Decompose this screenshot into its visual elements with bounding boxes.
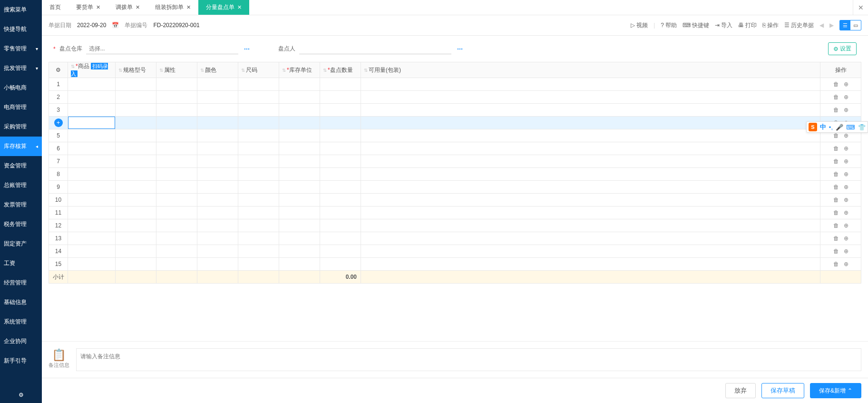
delete-icon[interactable]: 🗑 [833, 171, 839, 177]
delete-icon[interactable]: 🗑 [833, 145, 839, 152]
sidebar-item-16[interactable]: 系统管理 [0, 312, 42, 332]
ime-punct-icon[interactable]: •, [829, 124, 833, 131]
cell[interactable] [279, 104, 320, 117]
cell[interactable] [116, 129, 156, 142]
cell[interactable] [116, 181, 156, 194]
copy-icon[interactable]: ⊕ [844, 158, 848, 165]
col-settings[interactable]: ⚙ [49, 62, 68, 78]
copy-icon[interactable]: ⊕ [844, 261, 848, 267]
cell[interactable] [279, 142, 320, 155]
cell[interactable] [197, 232, 238, 245]
cell[interactable] [116, 219, 156, 232]
cell[interactable] [197, 91, 238, 104]
tab-4[interactable]: 分量盘点单✕ [198, 0, 249, 15]
copy-icon[interactable]: ⊕ [844, 209, 848, 216]
close-icon[interactable]: ✕ [237, 4, 242, 10]
table-row[interactable]: 10🗑⊕ [49, 194, 861, 206]
cell[interactable] [156, 206, 197, 219]
cell[interactable] [361, 181, 820, 194]
cell[interactable] [68, 206, 116, 219]
cell[interactable] [68, 181, 116, 194]
settings-button[interactable]: ⚙ 设置 [828, 42, 857, 55]
cell[interactable] [279, 117, 320, 129]
cell[interactable] [238, 78, 279, 91]
cell[interactable] [68, 104, 116, 117]
delete-icon[interactable]: 🗑 [833, 94, 839, 100]
cell[interactable] [156, 168, 197, 181]
delete-icon[interactable]: 🗑 [833, 132, 839, 139]
cell[interactable] [238, 219, 279, 232]
view-detail[interactable]: ▭ [850, 20, 861, 30]
table-row[interactable]: 14🗑⊕ [49, 245, 861, 258]
cell[interactable] [320, 245, 361, 258]
sidebar-item-4[interactable]: 小畅电商 [0, 78, 42, 98]
cell[interactable] [238, 142, 279, 155]
cell[interactable] [197, 129, 238, 142]
cell[interactable] [68, 129, 116, 142]
cell[interactable] [361, 168, 820, 181]
cell[interactable] [197, 117, 238, 129]
cell[interactable] [320, 206, 361, 219]
warehouse-more[interactable]: ⋯ [244, 46, 250, 52]
cell[interactable] [156, 258, 197, 271]
cell[interactable] [116, 245, 156, 258]
delete-icon[interactable]: 🗑 [833, 184, 839, 190]
print-link[interactable]: 🖶打印 [738, 21, 757, 29]
close-icon[interactable]: ✕ [96, 4, 100, 10]
copy-icon[interactable]: ⊕ [844, 107, 848, 113]
ime-lang[interactable]: 中 [820, 123, 826, 131]
col-avail[interactable]: ⇅可用量(包装) [361, 62, 820, 78]
nav-prev[interactable]: ◀ [819, 22, 824, 29]
video-link[interactable]: ▷视频 [631, 21, 648, 29]
cell[interactable] [68, 155, 116, 168]
cell[interactable] [361, 91, 820, 104]
cell[interactable] [197, 194, 238, 206]
ime-keyboard-icon[interactable]: ⌨ [846, 124, 855, 131]
calendar-icon[interactable]: 📅 [112, 22, 119, 29]
copy-icon[interactable]: ⊕ [844, 145, 848, 152]
cell[interactable] [361, 219, 820, 232]
remark-input[interactable] [76, 348, 861, 371]
save-draft-button[interactable]: 保存草稿 [761, 383, 804, 398]
cell[interactable] [361, 258, 820, 271]
cell[interactable] [238, 129, 279, 142]
cell[interactable] [279, 155, 320, 168]
cell[interactable] [238, 104, 279, 117]
sidebar-item-17[interactable]: 企业协同 [0, 332, 42, 351]
cell[interactable] [156, 104, 197, 117]
cell[interactable] [238, 91, 279, 104]
cell[interactable] [361, 104, 820, 117]
cell[interactable] [320, 155, 361, 168]
cell[interactable] [320, 232, 361, 245]
sidebar-item-10[interactable]: 发票管理 [0, 195, 42, 215]
copy-icon[interactable]: ⊕ [844, 184, 848, 190]
cell[interactable] [279, 129, 320, 142]
cell[interactable] [361, 142, 820, 155]
close-icon[interactable]: ✕ [186, 4, 191, 10]
col-color[interactable]: ⇅颜色 [197, 62, 238, 78]
col-qty[interactable]: ⇅*盘点数量 [320, 62, 361, 78]
tab-2[interactable]: 调拨单✕ [108, 0, 147, 15]
cell[interactable] [156, 219, 197, 232]
cell[interactable] [279, 232, 320, 245]
sidebar-item-7[interactable]: 库存核算◂ [0, 137, 42, 156]
product-cell-input[interactable] [68, 117, 115, 129]
cell[interactable] [279, 78, 320, 91]
cell[interactable] [197, 168, 238, 181]
import-link[interactable]: ⇥导入 [715, 21, 732, 29]
copy-icon[interactable]: ⊕ [844, 235, 848, 242]
ime-voice-icon[interactable]: 🎤 [836, 124, 843, 131]
table-row[interactable]: 8🗑⊕ [49, 168, 861, 181]
sidebar-item-9[interactable]: 总账管理 [0, 176, 42, 195]
cell[interactable] [279, 219, 320, 232]
save-add-button[interactable]: 保存&新增⌃ [810, 383, 861, 398]
cell[interactable] [279, 91, 320, 104]
delete-icon[interactable]: 🗑 [833, 261, 839, 267]
cell[interactable] [320, 181, 361, 194]
add-row-button[interactable]: + [54, 118, 63, 127]
copy-icon[interactable]: ⊕ [844, 222, 848, 229]
cell[interactable] [197, 219, 238, 232]
sidebar-item-11[interactable]: 税务管理 [0, 215, 42, 234]
cell[interactable] [279, 181, 320, 194]
cell[interactable] [68, 245, 116, 258]
